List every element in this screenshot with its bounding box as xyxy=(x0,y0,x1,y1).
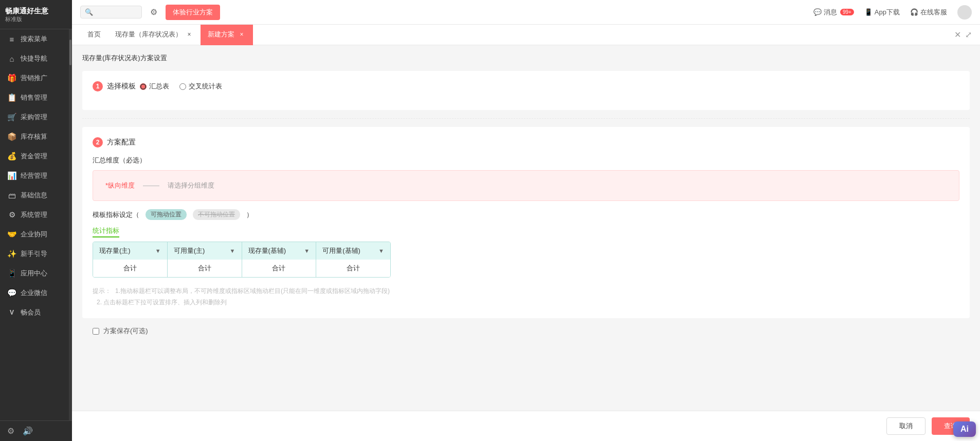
app-download-label: App下载 xyxy=(875,8,900,17)
message-label: 消息 xyxy=(824,8,837,17)
sidebar-item-label: 企业协同 xyxy=(21,230,47,239)
settings-icon[interactable]: ⚙ xyxy=(7,426,14,436)
brand: 畅康通好生意 标准版 xyxy=(0,0,72,29)
message-badge: 99+ xyxy=(840,9,854,15)
avatar[interactable] xyxy=(957,5,972,20)
sidebar-item-sales[interactable]: 📋 销售管理 xyxy=(0,88,69,107)
purchase-icon: 🛒 xyxy=(7,113,16,122)
indicator-setting: 模板指标设定（ 可拖动位置 不可拖动位置 ） xyxy=(93,209,959,220)
tab-home[interactable]: 首页 xyxy=(80,25,108,45)
indicator-close: ） xyxy=(246,210,253,219)
tabs-close-icon[interactable]: ✕ xyxy=(954,30,961,40)
tab-new-plan-close[interactable]: × xyxy=(238,30,246,39)
sidebar-item-label: 库存核算 xyxy=(21,132,47,141)
sidebar-bottom: ⚙ 🔊 xyxy=(0,420,72,441)
step2-badge: 2 xyxy=(93,137,103,148)
sidebar-item-app-center[interactable]: 📱 应用中心 xyxy=(0,264,69,283)
step1-title: 选择模板 xyxy=(107,82,136,91)
ai-badge[interactable]: Ai xyxy=(953,421,976,437)
sidebar-item-label: 系统管理 xyxy=(21,210,47,219)
col-header-2[interactable]: 现存量(基辅) ▼ xyxy=(242,242,317,260)
radio-cross[interactable]: 交叉统计表 xyxy=(179,82,222,91)
industry-btn[interactable]: 体验行业方案 xyxy=(166,5,220,20)
sidebar-item-label: 资金管理 xyxy=(21,152,47,161)
col-3-chevron[interactable]: ▼ xyxy=(378,248,384,254)
sidebar-item-enterprise-wechat[interactable]: 💬 企业微信 xyxy=(0,283,69,303)
sound-icon[interactable]: 🔊 xyxy=(23,426,33,436)
tabs-bar: 首页 现存量（库存状况表） × 新建方案 × ✕ ⤢ xyxy=(72,25,980,45)
sidebar-item-label: 企业微信 xyxy=(21,288,47,298)
sidebar-item-label: 畅会员 xyxy=(21,308,41,317)
gear-icon[interactable]: ⚙ xyxy=(150,7,157,17)
sidebar-item-operations[interactable]: 📊 经营管理 xyxy=(0,166,69,186)
tab-new-plan-label: 新建方案 xyxy=(208,30,234,39)
radio-cross-input[interactable] xyxy=(179,83,186,90)
col-0-chevron[interactable]: ▼ xyxy=(155,248,161,254)
sidebar-item-finance[interactable]: 💰 资金管理 xyxy=(0,146,69,166)
tab-inventory-label: 现存量（库存状况表） xyxy=(115,30,182,39)
enterprise-icon: 🤝 xyxy=(7,230,16,239)
stats-table: 现存量(主) ▼ 可用量(主) ▼ 现存量(基辅) ▼ 可用量(基辅) xyxy=(93,242,391,278)
sidebar-item-inventory[interactable]: 📦 库存核算 xyxy=(0,127,69,146)
col-1-chevron[interactable]: ▼ xyxy=(230,248,235,254)
sidebar-item-marketing[interactable]: 🎁 营销推广 xyxy=(0,68,69,88)
online-support-label: 在线客服 xyxy=(920,8,947,17)
search-box[interactable]: 🔍 xyxy=(80,6,142,19)
sidebar-item-member[interactable]: V 畅会员 xyxy=(0,303,69,322)
dimension-box[interactable]: *纵向维度 —— 请选择分组维度 xyxy=(93,170,959,201)
topbar-right: 💬 消息 99+ 📱 App下载 🎧 在线客服 xyxy=(813,5,972,20)
stats-table-header: 现存量(主) ▼ 可用量(主) ▼ 现存量(基辅) ▼ 可用量(基辅) xyxy=(93,242,390,260)
col-header-1[interactable]: 可用量(主) ▼ xyxy=(168,242,242,260)
col-body-3: 合计 xyxy=(316,260,390,277)
no-drag-badge: 不可拖动位置 xyxy=(193,209,240,220)
sidebar-item-search-menu[interactable]: ≡ 搜索菜单 xyxy=(0,29,69,49)
tabs-expand-icon[interactable]: ⤢ xyxy=(965,30,972,40)
marketing-icon: 🎁 xyxy=(7,74,16,83)
search-icon: 🔍 xyxy=(85,8,93,16)
sidebar: 畅康通好生意 标准版 ≡ 搜索菜单 ⌂ 快捷导航 🎁 营销推广 📋 销售管理 🛒 xyxy=(0,0,72,441)
col-header-3[interactable]: 可用量(基辅) ▼ xyxy=(316,242,390,260)
sidebar-item-system[interactable]: ⚙ 系统管理 xyxy=(0,205,69,225)
app-center-icon: 📱 xyxy=(7,269,16,278)
tab-home-label: 首页 xyxy=(87,30,101,39)
stats-title: 统计指标 xyxy=(93,226,119,237)
sidebar-item-label: 应用中心 xyxy=(21,269,47,278)
dimension-placeholder: 请选择分组维度 xyxy=(168,181,214,190)
col-header-1-label: 可用量(主) xyxy=(174,246,205,255)
main-area: 🔍 ⚙ 体验行业方案 💬 消息 99+ 📱 App下载 🎧 在线客服 首页 xyxy=(72,0,980,441)
sidebar-item-label: 营销推广 xyxy=(21,74,47,83)
tab-inventory[interactable]: 现存量（库存状况表） × xyxy=(108,25,201,45)
summary-dimension-label: 汇总维度（必选） xyxy=(93,156,959,165)
sidebar-item-quick-nav[interactable]: ⌂ 快捷导航 xyxy=(0,49,69,68)
hint-row-1: 2. 点击标题栏下拉可设置排序、插入列和删除列 xyxy=(93,297,959,308)
sidebar-item-basic-info[interactable]: 🗃 基础信息 xyxy=(0,186,69,205)
online-support-item[interactable]: 🎧 在线客服 xyxy=(910,8,947,17)
sales-icon: 📋 xyxy=(7,93,16,102)
cancel-button[interactable]: 取消 xyxy=(886,417,925,435)
hints-section: 提示： 1.拖动标题栏可以调整布局，不可跨维度或指标区域拖动栏目(只能在同一维度… xyxy=(93,286,959,308)
tab-new-plan[interactable]: 新建方案 × xyxy=(201,25,253,45)
col-2-chevron[interactable]: ▼ xyxy=(304,248,310,254)
save-checkbox[interactable] xyxy=(93,328,99,335)
sidebar-item-enterprise[interactable]: 🤝 企业协同 xyxy=(0,225,69,244)
member-icon: V xyxy=(7,308,16,317)
sidebar-item-purchase[interactable]: 🛒 采购管理 xyxy=(0,107,69,127)
content-area: 现存量(库存状况表)方案设置 1 选择模板 汇总表 交叉统计表 xyxy=(72,45,980,411)
page-title: 现存量(库存状况表)方案设置 xyxy=(82,53,970,63)
operations-icon: 📊 xyxy=(7,171,16,180)
tab-inventory-close[interactable]: × xyxy=(185,30,193,39)
sidebar-scrollbar[interactable] xyxy=(69,29,72,420)
radio-summary[interactable]: 汇总表 xyxy=(140,82,169,91)
sidebar-item-new-guide[interactable]: ✨ 新手引导 xyxy=(0,244,69,264)
app-download-item[interactable]: 📱 App下载 xyxy=(864,8,900,17)
support-icon: 🎧 xyxy=(910,8,918,16)
brand-name: 畅康通好生意 xyxy=(5,6,67,15)
col-header-0-label: 现存量(主) xyxy=(99,246,131,255)
search-input[interactable] xyxy=(95,9,136,16)
radio-summary-input[interactable] xyxy=(140,83,147,90)
section-divider xyxy=(82,118,970,119)
message-item[interactable]: 💬 消息 99+ xyxy=(813,8,854,17)
step1-badge: 1 xyxy=(93,81,103,91)
col-header-0[interactable]: 现存量(主) ▼ xyxy=(93,242,168,260)
tabs-right-controls: ✕ ⤢ xyxy=(954,30,972,40)
